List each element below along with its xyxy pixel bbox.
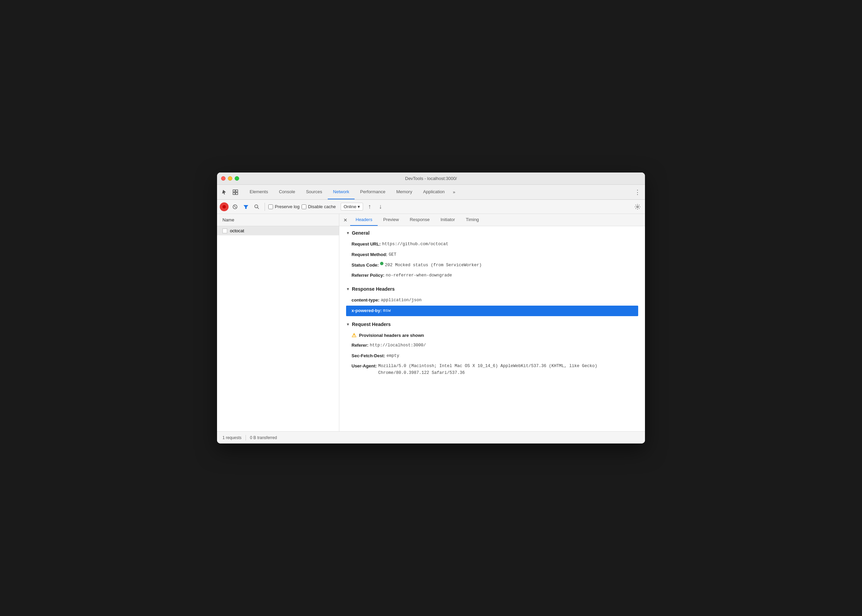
- warning-icon: ⚠: [352, 332, 356, 339]
- close-detail-button[interactable]: ✕: [341, 215, 350, 225]
- tab-initiator[interactable]: Initiator: [435, 214, 461, 226]
- referer-key: Referer:: [352, 342, 368, 349]
- referrer-policy-row: Referrer Policy: no-referrer-when-downgr…: [346, 270, 638, 281]
- preserve-log-checkbox[interactable]: [268, 204, 273, 209]
- window-title: DevTools - localhost:3000/: [405, 176, 457, 181]
- tab-memory[interactable]: Memory: [391, 185, 418, 200]
- request-method-row: Request Method: GET: [346, 250, 638, 260]
- svg-line-6: [234, 206, 236, 208]
- detail-tab-bar: ✕ Headers Preview Response Initiator Tim…: [339, 214, 645, 226]
- general-triangle-icon: ▼: [346, 231, 350, 235]
- status-bar: 1 requests 0 B transferred: [217, 431, 645, 443]
- provisional-headers-text: Provisional headers are shown: [359, 333, 424, 338]
- title-bar: DevTools - localhost:3000/: [217, 173, 645, 185]
- svg-rect-0: [233, 190, 235, 192]
- cursor-icon[interactable]: [220, 187, 229, 197]
- x-powered-by-value: msw: [383, 307, 391, 314]
- content-type-row[interactable]: content-type: application/json: [346, 295, 638, 306]
- sec-fetch-dest-key: Sec-Fetch-Dest:: [352, 352, 385, 360]
- response-headers-triangle-icon: ▼: [346, 287, 350, 291]
- throttle-select[interactable]: Online ▾: [341, 203, 363, 211]
- content-type-value: application/json: [381, 297, 422, 304]
- inspect-icon[interactable]: [231, 187, 240, 197]
- request-item[interactable]: octocat: [217, 226, 339, 235]
- general-section-header[interactable]: ▼ General: [346, 230, 638, 236]
- right-panel: ✕ Headers Preview Response Initiator Tim…: [339, 214, 645, 431]
- tab-performance[interactable]: Performance: [355, 185, 390, 200]
- name-column-header: Name: [217, 214, 339, 226]
- svg-point-10: [637, 206, 639, 207]
- request-method-key: Request Method:: [352, 251, 387, 258]
- more-tabs-button[interactable]: »: [450, 190, 458, 195]
- close-traffic-light[interactable]: [221, 176, 225, 181]
- traffic-lights: [221, 176, 239, 181]
- general-section-title: General: [352, 230, 370, 236]
- preserve-log-checkbox-label[interactable]: Preserve log: [268, 204, 300, 209]
- request-url-value: https://github.com/octocat: [382, 241, 448, 248]
- tab-console[interactable]: Console: [274, 185, 300, 200]
- status-code-row: Status Code: 202 Mocked status (from Ser…: [346, 260, 638, 271]
- request-list: octocat: [217, 226, 339, 431]
- main-tab-list: Elements Console Sources Network Perform…: [244, 185, 633, 200]
- sec-fetch-dest-value: empty: [387, 352, 400, 360]
- svg-line-9: [258, 207, 259, 209]
- record-button[interactable]: [220, 203, 228, 211]
- tab-response[interactable]: Response: [404, 214, 435, 226]
- x-powered-by-key: x-powered-by:: [352, 307, 382, 314]
- user-agent-key: User-Agent:: [352, 363, 377, 376]
- settings-button[interactable]: [633, 202, 642, 212]
- provisional-headers-warning: ⚠ Provisional headers are shown: [346, 330, 638, 340]
- preserve-log-label: Preserve log: [275, 204, 300, 209]
- x-powered-by-row[interactable]: x-powered-by: msw: [346, 306, 638, 316]
- referrer-policy-value: no-referrer-when-downgrade: [386, 272, 452, 279]
- response-headers-section-title: Response Headers: [352, 286, 395, 292]
- maximize-traffic-light[interactable]: [235, 176, 239, 181]
- status-dot-icon: [380, 262, 384, 265]
- import-button[interactable]: ↑: [365, 203, 374, 211]
- svg-point-8: [255, 205, 258, 208]
- disable-cache-checkbox[interactable]: [302, 204, 306, 209]
- tab-network[interactable]: Network: [328, 185, 355, 200]
- request-url-key: Request URL:: [352, 241, 381, 248]
- response-headers-section-header[interactable]: ▼ Response Headers: [346, 286, 638, 292]
- sec-fetch-dest-row: Sec-Fetch-Dest: empty: [346, 351, 638, 361]
- requests-count: 1 requests: [222, 435, 241, 440]
- content-type-key: content-type:: [352, 297, 379, 304]
- disable-cache-checkbox-label[interactable]: Disable cache: [302, 204, 336, 209]
- devtools-window: DevTools - localhost:3000/ Elements Cons…: [217, 173, 645, 443]
- tab-headers[interactable]: Headers: [350, 214, 378, 226]
- tab-elements[interactable]: Elements: [244, 185, 274, 200]
- devtools-tab-bar: Elements Console Sources Network Perform…: [217, 185, 645, 200]
- status-code-value: 202 Mocked status (from ServiceWorker): [385, 262, 481, 269]
- referrer-policy-key: Referrer Policy:: [352, 272, 384, 279]
- tab-application[interactable]: Application: [418, 185, 450, 200]
- tab-preview[interactable]: Preview: [378, 214, 404, 226]
- transferred-size: 0 B transferred: [250, 435, 277, 440]
- tab-sources[interactable]: Sources: [300, 185, 328, 200]
- request-checkbox: [222, 229, 227, 233]
- tab-timing[interactable]: Timing: [461, 214, 484, 226]
- search-button[interactable]: [252, 203, 261, 211]
- svg-marker-7: [244, 205, 248, 209]
- toolbar-divider-1: [264, 203, 265, 211]
- throttle-dropdown-icon: ▾: [358, 204, 360, 209]
- response-headers-section: ▼ Response Headers content-type: applica…: [346, 286, 638, 316]
- general-section: ▼ General Request URL: https://github.co…: [346, 230, 638, 281]
- svg-rect-1: [236, 190, 238, 192]
- request-name: octocat: [230, 228, 244, 233]
- throttle-label: Online: [344, 204, 357, 209]
- filter-button[interactable]: [241, 203, 250, 211]
- left-panel: Name octocat: [217, 214, 339, 431]
- disable-cache-label: Disable cache: [308, 204, 336, 209]
- svg-point-4: [222, 205, 226, 209]
- user-agent-row: User-Agent: Mozilla/5.0 (Macintosh; Inte…: [346, 361, 638, 378]
- svg-rect-2: [233, 193, 235, 195]
- export-button[interactable]: ↓: [376, 203, 385, 211]
- request-headers-section-header[interactable]: ▼ Request Headers: [346, 322, 638, 327]
- request-method-value: GET: [389, 251, 396, 258]
- request-url-row: Request URL: https://github.com/octocat: [346, 239, 638, 250]
- clear-button[interactable]: [231, 203, 239, 211]
- request-headers-section-title: Request Headers: [352, 322, 390, 327]
- minimize-traffic-light[interactable]: [228, 176, 232, 181]
- devtools-menu-button[interactable]: ⋮: [633, 187, 642, 197]
